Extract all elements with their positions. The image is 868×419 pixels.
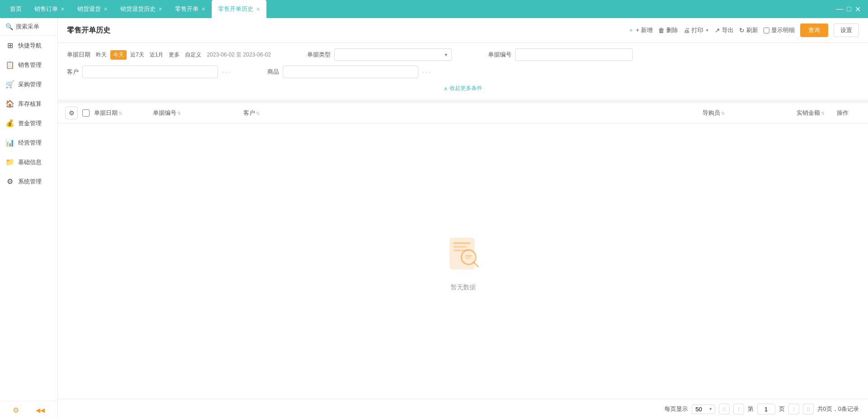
filter-area: 单据日期 昨天 今天 近7天 近1月 更多 自定义 2023-06-02 至 2… [58, 43, 868, 99]
product-more-btn[interactable]: ··· [422, 67, 432, 77]
sidebar-search[interactable]: 🔍 搜索采单 [0, 18, 57, 36]
sidebar-item-purchase-mgmt[interactable]: 🛒 采购管理 [0, 75, 57, 94]
table-settings-icon: ⚙ [69, 109, 75, 117]
next-page-btn[interactable]: ⟩ [788, 404, 799, 414]
col-header-amount: 实销金额 ⇅ [770, 109, 825, 117]
delete-icon: 🗑 [658, 27, 664, 34]
page-number-input[interactable] [757, 404, 775, 414]
col-header-actions: 操作 [825, 109, 861, 117]
sort-amount-icon[interactable]: ⇅ [821, 111, 825, 116]
tab-bar: 首页 销售订单 ✕ 销货退货 ✕ 销货退货历史 ✕ 零售开单 ✕ 零售开单历史 … [0, 0, 868, 18]
page-size-select[interactable]: 50 100 200 [692, 405, 715, 414]
date-label: 单据日期 [67, 51, 90, 59]
tab-retail-open[interactable]: 零售开单 ✕ [169, 0, 212, 18]
settings-button[interactable]: 设置 [834, 24, 859, 37]
date-btn-7days[interactable]: 近7天 [128, 50, 146, 60]
tab-sales-return-history-close[interactable]: ✕ [158, 6, 162, 12]
tab-retail-open-close[interactable]: ✕ [201, 6, 205, 12]
doc-type-label: 单据类型 [307, 51, 331, 59]
table-toolbar: ⚙ 单据日期 ⇅ 单据编号 ⇅ 客户 ⇅ [58, 103, 868, 123]
date-filter: 单据日期 昨天 今天 近7天 近1月 更多 自定义 2023-06-02 至 2… [67, 50, 271, 60]
tab-sales-order-close[interactable]: ✕ [61, 6, 65, 12]
tab-window-close-icon[interactable]: ✕ [855, 5, 861, 14]
inventory-icon: 🏠 [5, 99, 14, 108]
print-button[interactable]: 🖨 打印 ▼ [683, 26, 709, 34]
sales-mgmt-icon: 📋 [5, 61, 14, 69]
product-label: 商品 [267, 68, 279, 76]
date-btn-custom[interactable]: 自定义 [183, 50, 203, 60]
date-btn-today[interactable]: 今天 [110, 50, 127, 60]
tab-retail-open-history-close[interactable]: ✕ [256, 6, 260, 12]
refresh-icon: ↻ [739, 27, 745, 34]
sidebar-item-system[interactable]: ⚙ 系统管理 [0, 172, 57, 191]
tab-sales-return-history[interactable]: 销货退货历史 ✕ [114, 0, 169, 18]
sidebar-item-sales-mgmt[interactable]: 📋 销售管理 [0, 55, 57, 75]
quick-nav-icon: ⊞ [5, 41, 14, 50]
print-dropdown-icon: ▼ [705, 28, 709, 33]
customer-more-btn[interactable]: ··· [222, 67, 231, 77]
new-icon: ＋ [628, 26, 634, 34]
page-label: 第 [748, 405, 754, 413]
sidebar-collapse-btn[interactable]: ◀◀ [36, 407, 45, 414]
delete-button[interactable]: 🗑 删除 [658, 26, 678, 34]
doc-no-filter: 单据编号 [488, 48, 633, 61]
sort-no-icon[interactable]: ⇅ [177, 111, 181, 116]
tab-sales-return-close[interactable]: ✕ [104, 6, 108, 12]
sidebar-item-operations[interactable]: 📊 经营管理 [0, 133, 57, 152]
filter-row-2: 客户 ··· 商品 ··· [67, 66, 859, 78]
sort-customer-icon[interactable]: ⇅ [256, 111, 260, 116]
sort-date-icon[interactable]: ⇅ [119, 111, 122, 116]
export-icon: ↗ [715, 27, 720, 34]
query-button[interactable]: 查询 [800, 24, 828, 37]
doc-no-input[interactable] [515, 48, 633, 61]
tab-sales-return[interactable]: 销货退货 ✕ [71, 0, 114, 18]
select-all-checkbox[interactable] [82, 109, 90, 117]
refresh-button[interactable]: ↻ 刷新 [739, 26, 758, 34]
last-page-btn[interactable]: ⟩⟩ [803, 404, 814, 414]
sidebar-item-inventory[interactable]: 🏠 库存核算 [0, 94, 57, 113]
col-header-no: 单据编号 ⇅ [153, 109, 243, 117]
page-summary: 共0页，0条记录 [817, 405, 859, 413]
table-settings-btn[interactable]: ⚙ [65, 107, 78, 119]
customer-filter: 客户 ··· [67, 66, 231, 78]
empty-illustration [441, 231, 486, 276]
content-divider [58, 99, 868, 103]
empty-state: 暂无数据 [58, 123, 868, 399]
doc-type-filter: 单据类型 [307, 48, 452, 61]
system-icon: ⚙ [5, 177, 14, 186]
customer-input[interactable] [82, 66, 218, 78]
new-button[interactable]: ＋ + 新增 [628, 26, 653, 34]
tab-maximize-icon[interactable]: □ [847, 5, 851, 13]
sidebar-item-quick-nav[interactable]: ⊞ 快捷导航 [0, 36, 57, 55]
tab-retail-open-history[interactable]: 零售开单历史 ✕ [212, 0, 266, 18]
show-detail-button[interactable]: 显示明细 [764, 26, 795, 34]
page-title: 零售开单历史 [67, 26, 110, 41]
tab-minimize-icon[interactable]: — [836, 5, 843, 13]
doc-type-select-wrapper [334, 48, 452, 61]
doc-type-select[interactable] [334, 48, 452, 61]
sidebar-settings-btn[interactable]: ⚙ [13, 406, 19, 414]
svg-rect-1 [453, 242, 470, 244]
product-input[interactable] [283, 66, 418, 78]
tab-home[interactable]: 首页 [4, 0, 28, 18]
date-btn-more[interactable]: 更多 [167, 50, 181, 60]
col-header-customer: 客户 ⇅ [243, 109, 702, 117]
first-page-btn[interactable]: ⟨⟨ [719, 404, 730, 414]
page-size-wrapper: 50 100 200 [692, 405, 715, 414]
product-filter: 商品 ··· [267, 66, 432, 78]
sidebar-item-basic-info[interactable]: 📁 基础信息 [0, 152, 57, 172]
purchase-mgmt-icon: 🛒 [5, 80, 14, 89]
date-btn-yesterday[interactable]: 昨天 [94, 50, 109, 60]
prev-page-btn[interactable]: ⟨ [733, 404, 744, 414]
main-layout: 🔍 搜索采单 ⊞ 快捷导航 📋 销售管理 🛒 采购管理 🏠 库存核算 💰 资金管… [0, 18, 868, 419]
collapse-bar[interactable]: ∧ 收起更多条件 [67, 83, 859, 94]
sidebar-item-finance[interactable]: 💰 资金管理 [0, 113, 57, 133]
sort-guide-icon[interactable]: ⇅ [721, 111, 725, 116]
export-button[interactable]: ↗ 导出 [715, 26, 734, 34]
svg-rect-7 [465, 255, 472, 256]
show-detail-checkbox[interactable] [764, 28, 769, 33]
page-actions: ＋ + 新增 🗑 删除 🖨 打印 ▼ ↗ 导出 ↻ [628, 24, 859, 42]
tab-sales-order[interactable]: 销售订单 ✕ [28, 0, 71, 18]
table-container: ⚙ 单据日期 ⇅ 单据编号 ⇅ 客户 ⇅ [58, 103, 868, 399]
date-btn-1month[interactable]: 近1月 [148, 50, 166, 60]
